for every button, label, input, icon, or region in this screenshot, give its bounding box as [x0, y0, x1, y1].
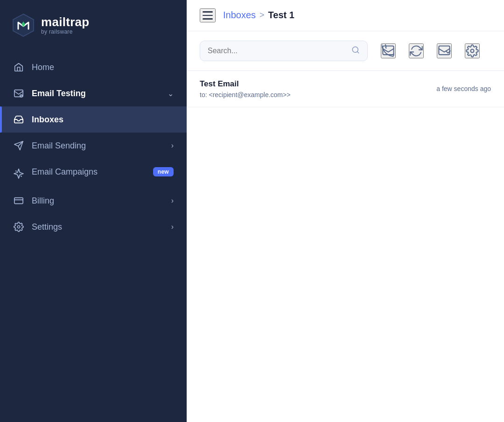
email-sending-icon	[13, 140, 24, 151]
svg-line-11	[357, 51, 358, 53]
svg-point-9	[17, 225, 20, 228]
inbox-icon	[13, 114, 24, 125]
sidebar-item-home-label: Home	[32, 63, 174, 72]
email-campaigns-content: Email Campaigns	[32, 167, 146, 177]
nav-menu: Home Email Testing ⌄	[0, 49, 187, 422]
settings-icon	[13, 221, 24, 232]
chevron-right-icon-billing: ›	[171, 197, 174, 205]
hamburger-button[interactable]	[200, 8, 216, 22]
chevron-right-icon-settings: ›	[171, 223, 174, 231]
svg-point-14	[471, 49, 474, 52]
sidebar: mailtrap by railsware Home	[0, 0, 187, 422]
main-content: Inboxes > Test 1	[187, 0, 504, 422]
campaigns-icon	[13, 168, 24, 179]
svg-line-6	[21, 176, 21, 176]
home-icon	[13, 62, 24, 73]
sidebar-item-inboxes-label: Inboxes	[32, 115, 174, 125]
sidebar-item-home[interactable]: Home	[0, 54, 187, 80]
toolbar-icons	[381, 43, 480, 58]
chevron-down-icon: ⌄	[168, 89, 174, 98]
sidebar-item-email-sending[interactable]: Email Sending ›	[0, 133, 187, 159]
svg-rect-12	[383, 46, 393, 55]
sidebar-item-email-testing-label: Email Testing	[32, 89, 160, 98]
svg-line-5	[16, 171, 16, 171]
compose-button[interactable]	[381, 43, 396, 58]
svg-rect-7	[14, 198, 23, 204]
email-time: a few seconds ago	[436, 85, 491, 92]
sidebar-item-email-campaigns[interactable]: Email Campaigns new	[0, 159, 187, 188]
new-badge: new	[153, 167, 174, 176]
email-to: to: <recipient@example.com>>	[200, 91, 429, 98]
logo-sub: by railsware	[41, 28, 90, 35]
sidebar-item-billing-label: Billing	[32, 196, 164, 206]
email-subject: Test Email	[200, 79, 429, 89]
sidebar-item-email-campaigns-label: Email Campaigns	[32, 167, 146, 177]
hamburger-line-3	[203, 18, 213, 20]
search-toolbar-area	[187, 31, 504, 71]
breadcrumb: Inboxes > Test 1	[223, 10, 294, 21]
email-item[interactable]: Test Email to: <recipient@example.com>> …	[187, 71, 504, 107]
inbox-settings-button[interactable]	[465, 43, 480, 58]
logo-text: mailtrap by railsware	[41, 15, 90, 35]
email-list: Test Email to: <recipient@example.com>> …	[187, 71, 504, 422]
sidebar-item-email-sending-label: Email Sending	[32, 141, 164, 151]
header: Inboxes > Test 1	[187, 0, 504, 31]
search-wrapper	[200, 41, 368, 61]
email-info: Test Email to: <recipient@example.com>>	[200, 79, 429, 98]
billing-icon	[13, 195, 24, 206]
hamburger-line-1	[203, 11, 213, 13]
sidebar-item-inboxes[interactable]: Inboxes	[0, 106, 187, 133]
search-input[interactable]	[208, 47, 347, 55]
mark-all-read-button[interactable]	[437, 43, 452, 58]
sidebar-item-email-testing[interactable]: Email Testing ⌄	[0, 80, 187, 106]
email-testing-icon	[13, 88, 24, 99]
breadcrumb-inboxes-link[interactable]: Inboxes	[223, 10, 256, 21]
logo-name: mailtrap	[41, 15, 90, 29]
sidebar-item-billing[interactable]: Billing ›	[0, 188, 187, 214]
hamburger-line-2	[203, 15, 213, 16]
mailtrap-logo-icon	[11, 13, 35, 37]
search-icon	[351, 46, 360, 56]
breadcrumb-separator: >	[259, 10, 265, 20]
breadcrumb-current: Test 1	[268, 10, 294, 21]
chevron-right-icon: ›	[171, 141, 174, 150]
sidebar-item-settings-label: Settings	[32, 222, 164, 232]
logo-area: mailtrap by railsware	[0, 0, 187, 49]
refresh-button[interactable]	[409, 43, 424, 58]
sidebar-item-settings[interactable]: Settings ›	[0, 214, 187, 240]
